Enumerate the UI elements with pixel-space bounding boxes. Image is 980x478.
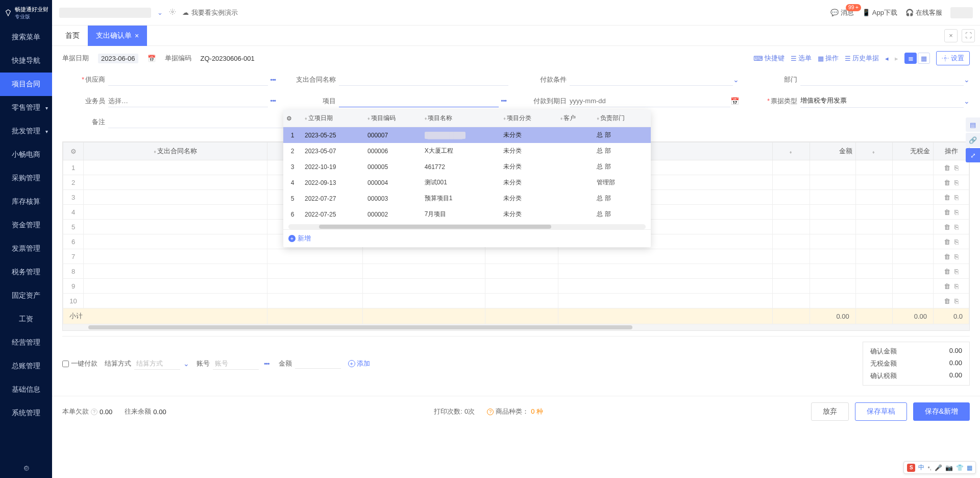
copy-icon[interactable]: ⎘ — [954, 253, 959, 260]
sidebar-item[interactable]: 批发管理▾ — [0, 119, 52, 143]
dd-th-name[interactable]: ♦项目名称 — [422, 110, 500, 127]
copy-icon[interactable]: ⎘ — [954, 179, 959, 186]
voucher-button[interactable]: ☰ 选单 — [791, 54, 812, 63]
org-settings-icon[interactable] — [169, 8, 176, 17]
next-icon[interactable]: ▸ — [895, 55, 898, 62]
sidebar-item[interactable]: 系统管理 — [0, 401, 52, 425]
ime-toolbar[interactable]: S 中•,🎤📷👕▦ — [903, 461, 976, 474]
user-avatar[interactable] — [950, 7, 973, 18]
sidebar-item[interactable]: 采购管理 — [0, 166, 52, 190]
onekey-checkbox[interactable]: 一键付款 — [62, 359, 97, 368]
sidebar-item[interactable]: 工资 — [0, 307, 52, 331]
th-amount[interactable]: 金额 — [810, 142, 855, 160]
delete-icon[interactable]: 🗑 — [944, 208, 950, 216]
date-value[interactable]: 2023-06-06 — [98, 54, 138, 63]
tab-expense-confirm[interactable]: 支出确认单 × — [88, 26, 147, 46]
table-hscroll[interactable] — [63, 324, 969, 330]
delete-icon[interactable]: 🗑 — [944, 194, 950, 201]
dd-th-customer[interactable]: ♦客户 — [557, 110, 594, 127]
copy-icon[interactable]: ⎘ — [954, 297, 959, 305]
th-sort[interactable]: ♦ — [773, 142, 810, 160]
more-icon[interactable]: ••• — [499, 97, 508, 105]
operate-button[interactable]: ▦ 操作 — [818, 54, 839, 63]
rail-note[interactable]: ▤ — [966, 117, 980, 132]
table-row[interactable]: 8 🗑⎘ — [63, 264, 969, 279]
dropdown-row[interactable]: 52022-07-27000003预算项目1未分类总 部 — [283, 190, 651, 206]
dropdown-row[interactable]: 12023-05-25000007████████未分类总 部 — [283, 127, 651, 144]
online-service-button[interactable]: 🎧 在线客服 — [905, 8, 942, 17]
delete-icon[interactable]: 🗑 — [944, 164, 950, 172]
chevron-down-icon[interactable]: ⌄ — [964, 76, 970, 84]
dropdown-row[interactable]: 62022-07-250000027月项目未分类总 部 — [283, 206, 651, 222]
view-grid[interactable]: ▦ — [918, 53, 930, 64]
delete-icon[interactable]: 🗑 — [944, 282, 950, 290]
sidebar-item[interactable]: 资金管理 — [0, 213, 52, 237]
table-row[interactable]: 10 🗑⎘ — [63, 294, 969, 308]
delete-icon[interactable]: 🗑 — [944, 253, 950, 260]
history-button[interactable]: ☰ 历史单据 — [845, 54, 879, 63]
demo-link[interactable]: ☁ 我要看实例演示 — [182, 8, 238, 17]
copy-icon[interactable]: ⎘ — [954, 268, 959, 275]
dropdown-row[interactable]: 42022-09-13000004测试001未分类管理部 — [283, 175, 651, 190]
th-sort2[interactable]: ♦ — [855, 142, 892, 160]
dropdown-row[interactable]: 22023-05-07000006X大厦工程未分类总 部 — [283, 143, 651, 159]
sidebar-item[interactable]: 快捷导航 — [0, 49, 52, 73]
tab-close-all[interactable]: × — [944, 29, 958, 42]
info-icon[interactable]: ? — [91, 409, 97, 415]
calendar-icon[interactable]: 📅 — [148, 55, 156, 62]
delete-icon[interactable]: 🗑 — [944, 268, 950, 275]
sidebar-item[interactable]: 搜索菜单 — [0, 26, 52, 49]
shortcut-button[interactable]: ⌨ 快捷键 — [753, 54, 785, 63]
th-contract[interactable]: ♦支出合同名称 — [84, 142, 267, 160]
sidebar-item[interactable]: 发票管理 — [0, 237, 52, 260]
messages-button[interactable]: 💬 消息 99 + — [830, 8, 854, 17]
add-payment-button[interactable]: + 添加 — [348, 359, 370, 368]
sidebar-item[interactable]: 总账管理 — [0, 354, 52, 378]
org-name-blur[interactable] — [59, 8, 151, 18]
copy-icon[interactable]: ⎘ — [954, 194, 959, 201]
delete-icon[interactable]: 🗑 — [944, 179, 950, 186]
table-row[interactable]: 7 🗑⎘ — [63, 249, 969, 264]
rail-attach[interactable]: 🔗 — [966, 133, 980, 147]
dd-th-date[interactable]: ♦立项日期 — [302, 110, 364, 127]
save-new-button[interactable]: 保存&新增 — [913, 402, 970, 421]
chevron-down-icon[interactable]: ⌄ — [183, 360, 189, 368]
sidebar-item[interactable]: 基础信息 — [0, 378, 52, 401]
copy-icon[interactable]: ⎘ — [954, 164, 959, 172]
tab-home[interactable]: 首页 — [57, 26, 88, 46]
sidebar-item[interactable]: 小畅电商 — [0, 143, 52, 166]
sidebar-item[interactable]: 项目合同 — [0, 73, 52, 96]
prev-icon[interactable]: ◂ — [885, 55, 889, 62]
info-icon[interactable]: ? — [487, 409, 494, 415]
tab-fullscreen[interactable]: ⛶ — [962, 29, 975, 42]
close-icon[interactable]: × — [135, 32, 139, 40]
copy-icon[interactable]: ⎘ — [954, 208, 959, 216]
sidebar-settings[interactable] — [0, 459, 52, 478]
chevron-down-icon[interactable]: ⌄ — [964, 97, 970, 105]
rail-expand[interactable]: ⤢ — [966, 148, 980, 162]
dd-th-dept[interactable]: ♦负责部门 — [594, 110, 651, 127]
save-draft-button[interactable]: 保存草稿 — [855, 402, 907, 421]
copy-icon[interactable]: ⎘ — [954, 238, 959, 246]
dropdown-row[interactable]: 32022-10-19000005461772未分类总 部 — [283, 159, 651, 175]
settings-button[interactable]: 设置 — [936, 51, 970, 65]
delete-icon[interactable]: 🗑 — [944, 238, 950, 246]
view-list[interactable]: ≣ — [904, 53, 917, 64]
sidebar-item[interactable]: 库存核算 — [0, 190, 52, 213]
copy-icon[interactable]: ⎘ — [954, 223, 959, 231]
more-icon[interactable]: ••• — [262, 360, 272, 368]
sidebar-item[interactable]: 税务管理 — [0, 260, 52, 284]
sidebar-item[interactable]: 经营管理 — [0, 331, 52, 354]
sidebar-item[interactable]: 零售管理▾ — [0, 96, 52, 119]
delete-icon[interactable]: 🗑 — [944, 223, 950, 231]
sidebar-item[interactable]: 固定资产 — [0, 284, 52, 307]
dd-th-category[interactable]: ♦项目分类 — [500, 110, 557, 127]
dd-th-code[interactable]: ♦项目编码 — [364, 110, 422, 127]
dd-hscroll[interactable] — [288, 224, 646, 229]
discard-button[interactable]: 放弃 — [811, 402, 849, 421]
delete-icon[interactable]: 🗑 — [944, 297, 950, 305]
calendar-icon[interactable]: 📅 — [730, 97, 739, 105]
more-icon[interactable]: ••• — [268, 76, 278, 84]
more-icon[interactable]: ••• — [268, 97, 278, 105]
dd-add-new[interactable]: +新增 — [283, 229, 651, 247]
